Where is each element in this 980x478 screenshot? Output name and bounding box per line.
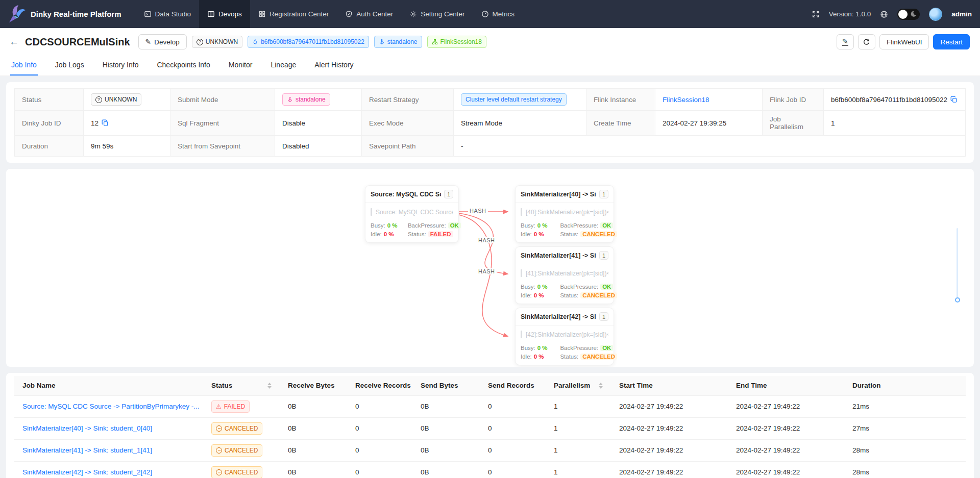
- job-dag-card: HASH HASH HASH Source: MySQL CDC Source …: [6, 169, 974, 367]
- nav-item-auth-center[interactable]: Auth Center: [337, 0, 401, 28]
- flink-jobid-tag[interactable]: b6fb600bf8a79647011fb1bd81095022: [248, 36, 369, 48]
- tab-history-info[interactable]: History Info: [102, 55, 140, 76]
- parallelism-value: 1: [546, 439, 611, 461]
- job-name-link[interactable]: SinkMaterializer[40] -> Sink: student_0[…: [22, 424, 152, 432]
- dag-scrollbar-track: [957, 228, 958, 299]
- nav-item-devops[interactable]: Devops: [199, 0, 250, 28]
- alert-icon: ⚠: [216, 404, 222, 410]
- user-avatar[interactable]: [929, 8, 942, 21]
- dag-node-sink-42[interactable]: SinkMaterializer[42] -> Sink: ... 1 [42]…: [516, 308, 614, 365]
- tab-job-logs[interactable]: Job Logs: [54, 55, 85, 76]
- start-time-value: 2024-02-27 19:49:22: [611, 417, 728, 439]
- duration-value: 9m 59s: [84, 136, 170, 157]
- status-badge-canceled: CANCELED: [211, 444, 262, 457]
- auth-center-icon: [345, 10, 353, 18]
- node-parallelism-badge: 1: [599, 312, 608, 321]
- node-operator-text: [40]:SinkMaterializer(pk=[sid])<br/: [526, 209, 608, 216]
- col-parallelism: Parallelism: [546, 376, 611, 395]
- end-time-value: 2024-02-27 19:49:22: [728, 395, 844, 417]
- dag-scrollbar-handle[interactable]: [955, 297, 960, 303]
- flink-session-tag[interactable]: FlinkSession18: [427, 36, 486, 48]
- back-button[interactable]: ←: [9, 36, 19, 47]
- job-name-link[interactable]: Source: MySQL CDC Source -> PartitionByP…: [22, 402, 199, 410]
- brand-title: Dinky Real-time Platform: [31, 10, 121, 18]
- desc-label: Status: [15, 89, 84, 111]
- idle-value: 0 %: [384, 231, 394, 237]
- edit-button[interactable]: ✎: [837, 34, 854, 49]
- backpressure-badge: OK: [600, 284, 613, 290]
- nav-item-registration-center[interactable]: Registration Center: [250, 0, 337, 28]
- start-time-value: 2024-02-27 19:49:22: [611, 395, 728, 417]
- copy-icon[interactable]: [102, 119, 109, 127]
- nav-item-setting-center[interactable]: Setting Center: [401, 0, 473, 28]
- receive-records-value: 0: [347, 395, 412, 417]
- develop-button[interactable]: ✎ Develop: [138, 34, 187, 49]
- job-name-link[interactable]: SinkMaterializer[41] -> Sink: student_1[…: [22, 446, 152, 454]
- job-name-link[interactable]: SinkMaterializer[42] -> Sink: student_2[…: [22, 468, 152, 476]
- anchor-icon: [379, 39, 385, 45]
- refresh-button[interactable]: [858, 34, 875, 49]
- col-receive-records: Receive Records: [347, 376, 412, 395]
- send-bytes-value: 0B: [412, 439, 480, 461]
- flink-webui-button[interactable]: FlinkWebUI: [879, 34, 929, 49]
- quote-bar: [521, 331, 522, 338]
- tab-lineage[interactable]: Lineage: [270, 55, 297, 76]
- receive-records-value: 0: [347, 461, 412, 478]
- end-time-value: 2024-02-27 19:49:22: [728, 417, 844, 439]
- receive-bytes-value: 0B: [280, 439, 347, 461]
- language-globe-icon[interactable]: [880, 10, 888, 18]
- send-bytes-value: 0B: [412, 395, 480, 417]
- status-badge-canceled: CANCELED: [211, 422, 262, 435]
- dag-node-sink-41[interactable]: SinkMaterializer[41] -> Sink: s... 1 [41…: [516, 247, 614, 304]
- job-vertices-card: Job Name Status Receive Bytes Receive Re…: [6, 373, 974, 478]
- start-from-savepoint-value: Disabled: [275, 136, 362, 157]
- quote-bar: [521, 208, 522, 216]
- nav-item-data-studio[interactable]: Data Studio: [136, 0, 200, 28]
- node-parallelism-badge: 1: [444, 190, 453, 198]
- end-time-value: 2024-02-27 19:49:22: [728, 461, 844, 478]
- cluster-icon: [432, 39, 438, 45]
- node-title: SinkMaterializer[41] -> Sink: s...: [521, 252, 596, 259]
- minus-circle-icon: [216, 469, 222, 475]
- username-label[interactable]: admin: [951, 10, 972, 18]
- send-records-value: 0: [480, 417, 546, 439]
- table-row: SinkMaterializer[41] -> Sink: student_1[…: [14, 439, 966, 461]
- node-parallelism-badge: 1: [599, 190, 608, 198]
- col-status: Status: [203, 376, 280, 395]
- job-info-card: Status ?UNKNOWN Submit Mode standalone R…: [6, 82, 974, 163]
- dag-node-sink-40[interactable]: SinkMaterializer[40] -> Sink: ... 1 [40]…: [516, 186, 614, 242]
- tab-job-info[interactable]: Job Info: [10, 55, 38, 76]
- edge-label-hash: HASH: [468, 208, 488, 214]
- send-bytes-value: 0B: [412, 417, 480, 439]
- status-badge-failed: ⚠FAILED: [211, 400, 250, 413]
- sort-icon[interactable]: [599, 383, 603, 389]
- theme-toggle[interactable]: [897, 9, 920, 20]
- main-menu: Data Studio Devops Registration Center A…: [136, 0, 523, 28]
- node-operator-text: [41]:SinkMaterializer(pk=[sid])<br/: [526, 270, 608, 277]
- idle-value: 0 %: [534, 354, 544, 360]
- question-circle-icon: ?: [95, 96, 102, 103]
- job-header: ← CDCSOURCEMulSink ✎ Develop ? UNKNOWN b…: [0, 28, 980, 55]
- col-duration: Duration: [844, 376, 966, 395]
- backpressure-badge: OK: [600, 345, 613, 351]
- toggle-knob: [898, 10, 908, 19]
- status-value-tag: ?UNKNOWN: [91, 93, 141, 106]
- table-row: Source: MySQL CDC Source -> PartitionByP…: [14, 395, 966, 417]
- copy-icon[interactable]: [950, 96, 958, 103]
- nav-item-metrics[interactable]: Metrics: [473, 0, 523, 28]
- node-operator-text: [42]:SinkMaterializer(pk=[sid])<br/: [526, 331, 608, 338]
- pencil-icon: ✎: [145, 38, 152, 45]
- dag-node-source[interactable]: Source: MySQL CDC Source -... 1 Source: …: [365, 186, 458, 242]
- desc-label: Restart Strategy: [362, 89, 454, 111]
- sort-icon[interactable]: [267, 383, 272, 389]
- restart-button[interactable]: Restart: [933, 34, 970, 49]
- parallelism-value: 1: [546, 461, 611, 478]
- tab-monitor[interactable]: Monitor: [228, 55, 254, 76]
- tab-alert-history[interactable]: Alert History: [313, 55, 354, 76]
- create-time-value: 2024-02-27 19:39:25: [655, 111, 763, 136]
- fullscreen-icon[interactable]: [812, 10, 820, 18]
- duration-value: 21ms: [844, 395, 966, 417]
- desc-label: Sql Fragment: [170, 111, 275, 136]
- tab-checkpoints-info[interactable]: Checkpoints Info: [156, 55, 211, 76]
- flink-instance-link[interactable]: FlinkSession18: [663, 96, 709, 104]
